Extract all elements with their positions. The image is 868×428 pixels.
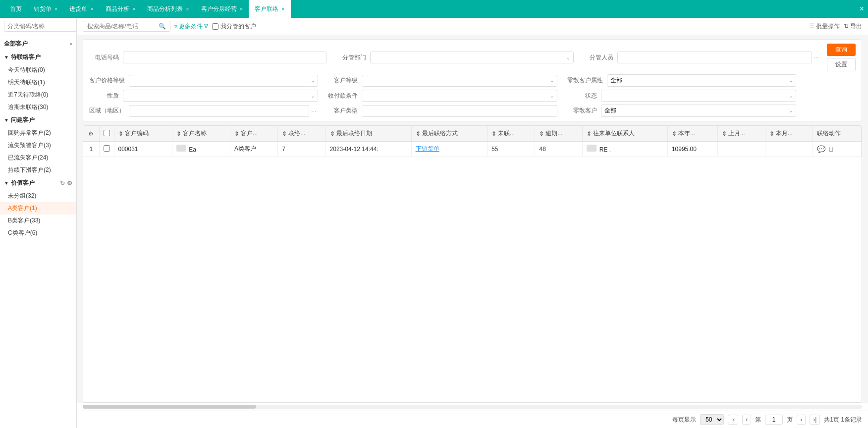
qr-icon[interactable]: ⊔ (828, 145, 834, 153)
filter-status-select[interactable]: ⌄ (601, 90, 796, 102)
filter-retail-select[interactable]: 全部 ⌄ (607, 74, 796, 87)
filter-btn[interactable]: ▿ 更多条件 ∇ (174, 22, 208, 31)
chevron-down-retail2-icon: ⌄ (789, 108, 793, 113)
col-sort-contacts-icon: ⇕ (282, 130, 287, 137)
filter-area: 电话号码 分管部门 ⌄ 分管人员 ··· 查询 设置 (83, 39, 862, 121)
close-sales-order-icon[interactable]: × (54, 6, 57, 12)
th-contacts: ⇕ 联络... (278, 126, 326, 142)
filter-row-3: 性质 ⌄ 收付款条件 ⌄ 状态 (89, 90, 856, 102)
sidebar-item-churned[interactable]: 已流失客户(24) (0, 152, 76, 164)
filter-person-input[interactable] (617, 52, 812, 63)
refresh-icon[interactable]: ↻ (60, 180, 65, 187)
sidebar-item-overdue[interactable]: 逾期未联络(30) (0, 101, 76, 113)
sidebar-search-input[interactable] (4, 21, 77, 32)
td-check (99, 142, 114, 157)
sidebar-section-value[interactable]: ▼ 价值客户 ↻ ⚙ (0, 176, 76, 190)
company-contact-icon (587, 145, 597, 152)
filter-person-dots[interactable]: ··· (814, 54, 819, 61)
sidebar-section-problem[interactable]: ▼ 问题客户 (0, 113, 76, 127)
filter-phone-input[interactable] (123, 52, 326, 63)
sidebar-section-pending[interactable]: ▼ 待联络客户 (0, 51, 76, 64)
filter-nature-select[interactable]: ⌄ (123, 90, 318, 102)
sidebar-item-class-b[interactable]: B类客户(33) (0, 214, 76, 227)
col-header-sort-icon: ⇕ (118, 130, 123, 137)
last-page-btn[interactable]: ›| (810, 415, 820, 425)
chevron-down-icon: ∇ (204, 23, 208, 30)
row-checkbox[interactable] (104, 145, 110, 152)
next-page-btn[interactable]: › (797, 415, 806, 425)
export-btn[interactable]: ⇅ 导出 (844, 22, 862, 31)
sidebar-all-customers[interactable]: 全部客户 « (0, 37, 76, 51)
th-this-year: ⇕ 本年... (667, 126, 717, 142)
sidebar-item-7days[interactable]: 近7天待联络(0) (0, 89, 76, 101)
col-sort-method-icon: ⇕ (416, 130, 421, 137)
nav-purchase-order[interactable]: 进货单 × (63, 0, 99, 18)
batch-op-btn[interactable]: ☰ 批量操作 (809, 22, 840, 31)
td-this-month (765, 142, 813, 157)
nav-product-analysis[interactable]: 商品分析 × (100, 0, 141, 18)
td-company-contact: RE . (583, 142, 667, 157)
filter-cust-level-select[interactable]: ⌄ (362, 75, 557, 87)
td-last-month (717, 142, 765, 157)
sidebar-item-class-a[interactable]: A类客户(1) (0, 202, 76, 214)
sidebar-item-repurchase[interactable]: 回购异常客户(2) (0, 127, 76, 139)
th-overdue: ⇕ 逾期... (535, 126, 583, 142)
page-size-select[interactable]: 50 (700, 414, 724, 425)
global-close-button[interactable]: × (860, 4, 864, 13)
close-customer-tier-icon[interactable]: × (240, 6, 243, 12)
filter-payment-select[interactable]: ⌄ (362, 90, 557, 102)
settings-button[interactable]: 设置 (827, 58, 856, 71)
scroll-thumb[interactable] (83, 405, 256, 409)
action-icons: 💬 ⊔ (817, 145, 857, 153)
filter-retail2-select[interactable]: 全部 ⌄ (601, 105, 796, 117)
close-purchase-order-icon[interactable]: × (90, 6, 93, 12)
filter-price-select[interactable]: ⌄ (129, 75, 318, 87)
last-method-link[interactable]: 下销货单 (416, 145, 439, 152)
filter-cell-payment: 收付款条件 ⌄ (328, 90, 557, 102)
sidebar-item-churn-warning[interactable]: 流失预警客户(3) (0, 139, 76, 152)
select-all-checkbox[interactable] (104, 130, 110, 136)
close-customer-contact-icon[interactable]: × (281, 6, 284, 12)
page-number-input[interactable] (765, 415, 783, 425)
my-customers-check[interactable] (212, 23, 218, 30)
filter-region-input[interactable] (129, 105, 309, 117)
scroll-track[interactable] (83, 405, 862, 409)
td-actions: 💬 ⊔ (813, 142, 862, 157)
nav-home[interactable]: 首页 (4, 0, 28, 18)
main-layout: 🔍 全部客户 « ▼ 待联络客户 今天待联络(0) 明天待联络(1) 近7天待联… (0, 18, 868, 428)
sidebar-item-tomorrow[interactable]: 明天待联络(1) (0, 76, 76, 89)
sidebar-item-ungrouped[interactable]: 未分组(32) (0, 190, 76, 202)
sidebar-item-class-c[interactable]: C类客户(6) (0, 227, 76, 239)
filter-region-dots[interactable]: ··· (311, 107, 316, 114)
td-contacts: 7 (278, 142, 326, 157)
filter-cell-retail: 零散客户属性 全部 ⌄ (567, 74, 796, 87)
search-input[interactable] (87, 23, 157, 30)
chevron-down-status-icon: ⌄ (789, 93, 793, 99)
sidebar-item-declining[interactable]: 持续下滑客户(2) (0, 164, 76, 176)
prev-page-btn[interactable]: ‹ (742, 415, 751, 425)
th-last-contact-method: ⇕ 最后联络方式 (411, 126, 487, 142)
th-last-contact-date: ⇕ 最后联络日期 (326, 126, 411, 142)
td-not-contacted: 55 (487, 142, 535, 157)
filter-cell-status: 状态 ⌄ (567, 90, 796, 102)
filter-dept-select[interactable]: ⌄ (370, 52, 574, 63)
gear-icon[interactable]: ⚙ (88, 130, 94, 137)
th-check (99, 126, 114, 142)
nav-customer-tier[interactable]: 客户分层经营 × (195, 0, 249, 18)
sidebar-item-today[interactable]: 今天待联络(0) (0, 64, 76, 76)
nav-sales-order[interactable]: 销货单 × (28, 0, 63, 18)
close-product-analysis-list-icon[interactable]: × (186, 6, 189, 12)
th-cust-type: ⇕ 客户... (230, 126, 278, 142)
chat-icon[interactable]: 💬 (817, 145, 825, 153)
query-button[interactable]: 查询 (827, 44, 856, 56)
filter-cell-phone: 电话号码 (89, 52, 326, 63)
filter-cust-type-input[interactable] (362, 105, 557, 117)
sidebar-value-icons: ↻ ⚙ (60, 180, 72, 187)
nav-product-analysis-list[interactable]: 商品分析列表 × (141, 0, 195, 18)
close-product-analysis-icon[interactable]: × (132, 6, 135, 12)
search-icon[interactable]: 🔍 (159, 23, 166, 30)
my-customers-checkbox[interactable]: 我分管的客户 (212, 22, 256, 31)
settings-icon[interactable]: ⚙ (67, 180, 72, 187)
nav-customer-contact[interactable]: 客户联络 × (249, 0, 290, 18)
first-page-btn[interactable]: |‹ (728, 415, 738, 425)
